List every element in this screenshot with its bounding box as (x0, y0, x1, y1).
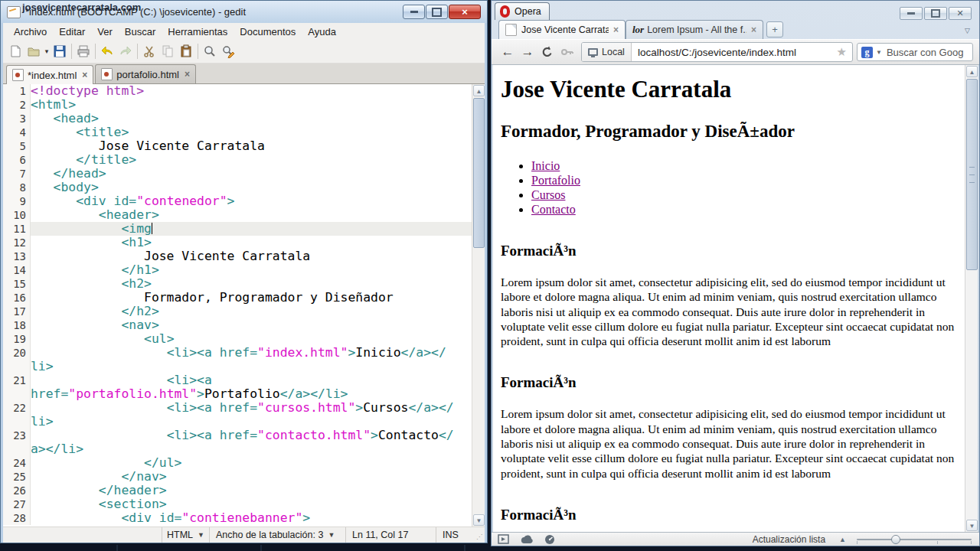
code-line: a></li> (3, 442, 485, 456)
restore-button[interactable] (924, 7, 947, 20)
search-engine-dropdown-icon[interactable]: ▼ (876, 49, 882, 56)
update-status-label[interactable]: Actualización lista (753, 534, 825, 545)
find-replace-icon[interactable] (219, 42, 237, 60)
scroll-up-icon[interactable]: ▲ (473, 85, 485, 96)
opera-toolbar: ← → Local localhost/C:/josevicente/index… (492, 39, 979, 65)
security-badge[interactable]: Local (582, 43, 632, 61)
save-icon[interactable] (51, 42, 69, 60)
menu-ver[interactable]: Ver (91, 24, 119, 39)
key-icon[interactable] (557, 42, 577, 62)
print-icon[interactable] (74, 42, 93, 60)
editor-scrollbar[interactable]: ▲ ▼ (472, 84, 485, 527)
zoom-slider-knob[interactable] (891, 535, 900, 544)
menu-ayuda[interactable]: Ayuda (302, 24, 342, 39)
code-line: 16 Formador, Programador y Diseñador (3, 291, 485, 305)
nav-link-portafolio[interactable]: Portafolio (531, 174, 580, 187)
forward-icon[interactable]: → (518, 42, 537, 62)
opera-turbo-icon[interactable] (544, 534, 555, 545)
menu-herramientas[interactable]: Herramientas (162, 24, 234, 39)
code-editor[interactable]: 1<!doctype html>2<html>3 <head>4 <title>… (3, 84, 485, 527)
editor-scrollbar-thumb[interactable] (473, 98, 485, 248)
line-number (3, 415, 31, 429)
search-box[interactable]: g ▼ (857, 43, 973, 61)
undo-icon[interactable] (98, 42, 116, 60)
back-icon[interactable]: ← (498, 42, 518, 62)
google-icon: g (861, 47, 873, 58)
update-expand-icon[interactable]: ▲ (839, 536, 846, 543)
close-button[interactable]: × (449, 5, 481, 19)
zoom-slider[interactable] (857, 534, 972, 545)
panel-toggle-icon[interactable] (498, 534, 509, 544)
scroll-down-icon[interactable]: ▼ (473, 514, 485, 526)
opera-window: Opera ✕ Jose Vicente Carratala×lorLorem … (491, 0, 980, 546)
menu-editar[interactable]: Editar (53, 24, 91, 39)
tab-close-icon[interactable]: × (82, 70, 87, 80)
tab-close-icon[interactable]: × (609, 24, 619, 35)
paste-icon[interactable] (177, 42, 195, 60)
opera-tab-background[interactable]: lorLorem Ipsum - All the f...× (626, 20, 763, 39)
opera-link-cloud-icon[interactable] (520, 535, 534, 544)
line-number: 23 (3, 429, 31, 442)
line-number: 3 (3, 112, 31, 126)
code-text: <section> (31, 497, 485, 511)
gedit-tab-portafoliohtml[interactable]: portafolio.html× (95, 64, 196, 83)
search-input[interactable] (885, 46, 969, 59)
tab-title: Lorem Ipsum - All the f... (647, 24, 746, 35)
nav-link-contacto[interactable]: Contacto (531, 203, 576, 216)
line-number: 21 (3, 373, 31, 387)
close-button[interactable]: ✕ (949, 7, 972, 20)
tab-width-selector[interactable]: Ancho de la tabulación: 3▼ (209, 527, 345, 543)
nav-link-inicio[interactable]: Inicio (531, 159, 560, 172)
open-folder-icon[interactable] (24, 42, 43, 60)
nav-link-cursos[interactable]: Cursos (531, 188, 565, 201)
tab-close-icon[interactable]: × (185, 69, 190, 80)
nav-list-item: Inicio (531, 158, 957, 173)
open-dropdown-icon[interactable]: ▾ (43, 47, 51, 55)
scroll-down-icon[interactable]: ▼ (966, 520, 978, 531)
opera-menu-button[interactable]: Opera (495, 2, 550, 20)
page-title: Jose Vicente Carratala (501, 76, 957, 103)
line-number: 14 (3, 263, 31, 277)
new-document-icon[interactable] (6, 42, 24, 60)
line-number: 1 (3, 84, 31, 98)
reload-icon[interactable] (537, 42, 557, 62)
minimize-button[interactable] (900, 7, 923, 20)
menu-documentos[interactable]: Documentos (234, 24, 302, 39)
tab-list-chevron-icon[interactable]: ▽ (965, 27, 970, 34)
new-tab-button[interactable]: + (766, 21, 783, 37)
document-icon (101, 68, 113, 80)
opera-titlebar[interactable]: Opera ✕ (492, 1, 979, 19)
code-text: </title> (31, 153, 485, 167)
resize-grip[interactable]: ⋰ (474, 527, 485, 543)
address-bar[interactable]: Local localhost/C:/josevicente/index.htm… (581, 42, 853, 62)
opera-tabbar: Jose Vicente Carratala×lorLorem Ipsum - … (492, 19, 979, 39)
code-text: href="portafolio.html">Portafolio</a></l… (31, 387, 485, 401)
minimize-button[interactable] (403, 5, 425, 19)
taskbar-tick (116, 545, 118, 551)
code-line: 6 </title> (3, 153, 485, 167)
menu-archivo[interactable]: Archivo (8, 24, 53, 39)
page-scrollbar[interactable]: ▲ ▼ (965, 65, 978, 532)
cut-icon[interactable] (140, 42, 158, 60)
line-number: 9 (3, 194, 31, 208)
code-line: 26 </header> (3, 484, 485, 497)
bookmark-star-icon[interactable]: ★ (831, 45, 852, 59)
section-heading: FormaciÃ³n (501, 374, 957, 391)
opera-tab-active[interactable]: Jose Vicente Carratala× (498, 20, 626, 39)
gedit-tab-indexhtml[interactable]: *index.html× (6, 65, 93, 84)
menu-buscar[interactable]: Buscar (119, 24, 162, 39)
url-field[interactable]: localhost/C:/josevicente/index.html (632, 47, 831, 58)
scroll-up-icon[interactable]: ▲ (966, 66, 978, 77)
page-scrollbar-thumb[interactable] (966, 79, 978, 270)
line-number: 18 (3, 318, 31, 332)
restore-button[interactable] (426, 5, 448, 19)
language-selector[interactable]: HTML▼ (162, 527, 209, 543)
line-number: 8 (3, 181, 31, 194)
code-text: li> (31, 360, 485, 373)
copy-icon[interactable] (158, 42, 177, 60)
code-line: 5 Jose Vicente Carratala (3, 139, 485, 153)
find-icon[interactable] (201, 42, 219, 60)
line-number: 28 (3, 511, 31, 525)
tab-close-icon[interactable]: × (746, 24, 756, 35)
redo-icon[interactable] (116, 42, 135, 60)
